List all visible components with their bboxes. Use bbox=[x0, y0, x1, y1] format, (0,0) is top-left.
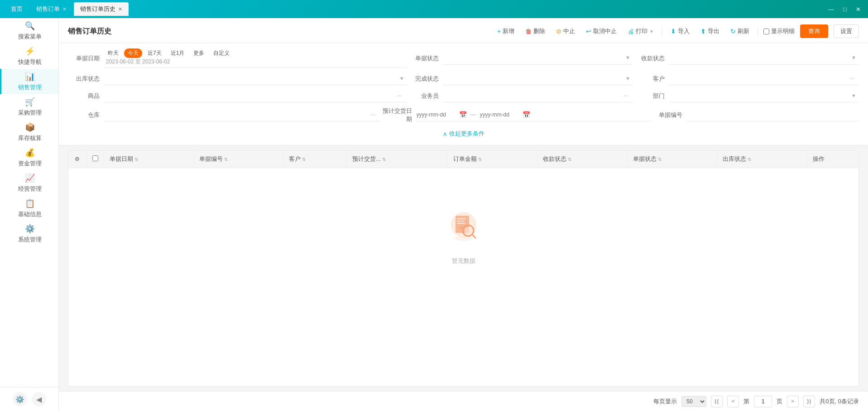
first-page-btn[interactable]: ⟨⟨ bbox=[711, 396, 723, 407]
th-amount[interactable]: 订单金额 ⇅ bbox=[447, 150, 537, 168]
dept-select[interactable]: ▼ bbox=[669, 92, 859, 99]
date-chip-more[interactable]: 更多 bbox=[190, 48, 208, 58]
th-check[interactable] bbox=[86, 150, 104, 168]
stop-btn[interactable]: ⊘ 中止 bbox=[553, 25, 578, 37]
settings-btn[interactable]: 设置 bbox=[834, 24, 859, 38]
status-select[interactable]: ▼ bbox=[443, 54, 633, 61]
th-customer[interactable]: 客户 ⇅ bbox=[283, 150, 347, 168]
import-btn[interactable]: ⬇ 导入 bbox=[668, 25, 692, 37]
salesperson-select[interactable]: ··· bbox=[443, 91, 633, 100]
sidebar-collapse-btn[interactable]: ◀ bbox=[32, 392, 46, 406]
th-date[interactable]: 单据日期 ⇅ bbox=[104, 150, 193, 168]
salesperson-dots-icon[interactable]: ··· bbox=[622, 92, 630, 99]
page-size-select[interactable]: 50 10 20 100 bbox=[681, 396, 706, 407]
add-btn[interactable]: + 新增 bbox=[494, 25, 517, 37]
query-btn[interactable]: 查询 bbox=[800, 24, 828, 38]
page-title-row: 销售订单历史 + 新增 🗑 删除 ⊘ 中止 ↩ bbox=[68, 24, 859, 43]
filter-col-receipt-status: 收款状态 ▼ bbox=[633, 52, 859, 65]
sidebar-item-operations[interactable]: 📈 经营管理 bbox=[0, 170, 58, 196]
filter-col-expected-date: 预计交货日期 📅 — 📅 bbox=[380, 107, 651, 123]
th-expected-date[interactable]: 预计交货... ⇅ bbox=[347, 150, 448, 168]
last-page-btn[interactable]: ⟩⟩ bbox=[803, 396, 815, 407]
cancel-stop-btn[interactable]: ↩ 取消中止 bbox=[583, 25, 619, 37]
tab-sales-order-close[interactable]: ✕ bbox=[62, 6, 67, 12]
dept-arrow-icon: ▼ bbox=[851, 93, 856, 98]
delete-btn[interactable]: 🗑 删除 bbox=[523, 25, 548, 37]
select-all-checkbox[interactable] bbox=[92, 155, 98, 161]
sidebar-settings-btn[interactable]: ⚙️ bbox=[13, 392, 27, 406]
th-gear[interactable]: ⚙ bbox=[68, 150, 86, 168]
goods-control: ··· bbox=[104, 90, 407, 102]
sidebar-item-quick-nav[interactable]: ⚡ 快捷导航 bbox=[0, 44, 58, 69]
tab-sales-order-history[interactable]: 销售订单历史 ✕ bbox=[74, 2, 129, 16]
tab-sales-order-history-close[interactable]: ✕ bbox=[118, 6, 122, 12]
expected-date-start[interactable] bbox=[417, 111, 457, 118]
receipt-status-control: ▼ bbox=[669, 52, 859, 65]
empty-state-cell: 暂无数据 bbox=[68, 168, 858, 302]
sort-date-icon: ⇅ bbox=[134, 157, 138, 162]
completion-status-select[interactable]: ▼ bbox=[443, 75, 633, 82]
print-icon: 🖨 bbox=[628, 28, 634, 35]
maximize-btn[interactable]: □ bbox=[840, 6, 849, 13]
sort-receipt-icon: ⇅ bbox=[568, 157, 571, 162]
page-input[interactable] bbox=[754, 396, 772, 407]
sidebar-item-sales-mgmt[interactable]: 📊 销售管理 bbox=[0, 69, 58, 94]
filter-row-1: 单据日期 昨天 今天 近7天 近1月 更多 自定义 2023-06-02 至 2… bbox=[68, 48, 859, 68]
print-btn[interactable]: 🖨 打印 ▼ bbox=[625, 25, 657, 37]
doc-number-input[interactable] bbox=[687, 114, 859, 116]
show-cols-check[interactable]: 显示明细 bbox=[763, 27, 795, 35]
next-page-btn[interactable]: ＞ bbox=[787, 396, 799, 407]
main-layout: 🔍 搜索菜单 ⚡ 快捷导航 📊 销售管理 🛒 采购管理 📦 库存核算 💰 资金管… bbox=[0, 18, 868, 411]
th-outbound-status[interactable]: 出库状态 ⇅ bbox=[717, 150, 807, 168]
base-info-icon: 📋 bbox=[25, 198, 35, 208]
page-word: 页 bbox=[777, 397, 782, 406]
toolbar: + 新增 🗑 删除 ⊘ 中止 ↩ 取消中止 bbox=[494, 24, 859, 38]
minimize-btn[interactable]: — bbox=[825, 6, 837, 13]
sort-number-icon: ⇅ bbox=[224, 157, 228, 162]
close-btn[interactable]: ✕ bbox=[853, 6, 863, 13]
status-control: ▼ bbox=[443, 52, 633, 65]
sidebar-item-search-menu[interactable]: 🔍 搜索菜单 bbox=[0, 18, 58, 44]
warehouse-dots-icon[interactable]: ··· bbox=[369, 111, 378, 118]
customer-select[interactable]: ··· bbox=[669, 74, 859, 82]
dept-control: ▼ bbox=[669, 90, 859, 102]
filter-col-warehouse: 仓库 ··· bbox=[68, 109, 380, 121]
receipt-status-select[interactable]: ▼ bbox=[669, 54, 859, 61]
warehouse-label: 仓库 bbox=[68, 111, 104, 119]
finance-icon: 💰 bbox=[25, 148, 35, 158]
date-chip-today[interactable]: 今天 bbox=[124, 48, 142, 58]
collapse-btn[interactable]: ∧ 收起更多条件 bbox=[441, 128, 486, 140]
goods-dots-icon[interactable]: ··· bbox=[396, 92, 404, 99]
sidebar-item-inventory[interactable]: 📦 库存核算 bbox=[0, 120, 58, 145]
date-chip-7days[interactable]: 近7天 bbox=[144, 48, 165, 58]
calendar-start-icon[interactable]: 📅 bbox=[459, 111, 467, 118]
sidebar-item-sys-mgmt[interactable]: ⚙️ 系统管理 bbox=[0, 221, 58, 247]
date-chip-1month[interactable]: 近1月 bbox=[167, 48, 188, 58]
sidebar-item-purchase-mgmt[interactable]: 🛒 采购管理 bbox=[0, 94, 58, 120]
calendar-end-icon[interactable]: 📅 bbox=[523, 111, 530, 118]
outbound-status-select[interactable]: ▼ bbox=[104, 75, 407, 82]
expected-date-end[interactable] bbox=[480, 111, 521, 118]
customer-dots-icon[interactable]: ··· bbox=[848, 75, 856, 82]
warehouse-select[interactable]: ··· bbox=[104, 110, 380, 119]
sidebar-item-base-info[interactable]: 📋 基础信息 bbox=[0, 196, 58, 221]
goods-select[interactable]: ··· bbox=[104, 91, 407, 100]
sidebar-item-finance[interactable]: 💰 资金管理 bbox=[0, 145, 58, 170]
sort-outbound-icon: ⇅ bbox=[748, 157, 751, 162]
tab-home[interactable]: 首页 bbox=[5, 2, 29, 16]
th-receipt-status[interactable]: 收款状态 ⇅ bbox=[537, 150, 627, 168]
th-doc-status[interactable]: 单据状态 ⇅ bbox=[627, 150, 717, 168]
show-cols-checkbox[interactable] bbox=[763, 29, 769, 34]
footer: 每页显示 50 10 20 100 ⟨⟨ ＜ 第 页 ＞ ⟩⟩ 共0页, 0条记… bbox=[59, 391, 868, 411]
tab-sales-order[interactable]: 销售订单 ✕ bbox=[30, 2, 73, 16]
refresh-btn[interactable]: ↻ 刷新 bbox=[728, 25, 752, 37]
date-chip-custom[interactable]: 自定义 bbox=[210, 48, 233, 58]
date-chip-yesterday[interactable]: 昨天 bbox=[104, 48, 122, 58]
th-number[interactable]: 单据编号 ⇅ bbox=[193, 150, 283, 168]
search-menu-icon: 🔍 bbox=[25, 21, 35, 31]
filter-row-3: 商品 ··· 业务员 ··· bbox=[68, 90, 859, 102]
export-btn[interactable]: ⬆ 导出 bbox=[698, 25, 722, 37]
prev-page-btn[interactable]: ＜ bbox=[727, 396, 739, 407]
dept-label: 部门 bbox=[633, 92, 669, 100]
filter-area: 单据日期 昨天 今天 近7天 近1月 更多 自定义 2023-06-02 至 2… bbox=[59, 43, 868, 145]
